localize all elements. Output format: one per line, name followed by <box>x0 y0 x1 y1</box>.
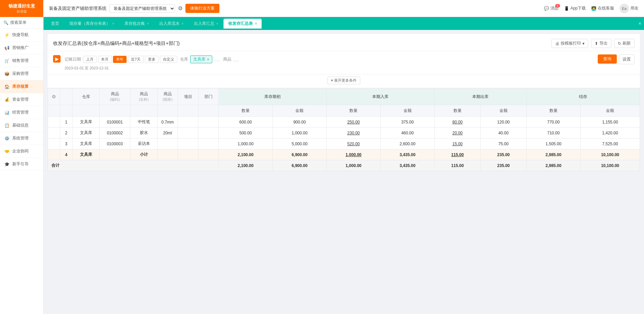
cell-out-qty[interactable]: 20.00 <box>434 128 480 138</box>
cell-out-qty-link[interactable]: 115.00 <box>451 152 464 157</box>
cell-spec <box>158 149 178 160</box>
sidebar-item-inventory[interactable]: 🏠 库存核算 <box>0 80 43 93</box>
cell-in-qty-link[interactable]: 520.00 <box>347 142 360 146</box>
warehouse-filter-dots[interactable]: ... <box>214 57 220 62</box>
cell-out-qty-link[interactable]: 80.00 <box>452 120 463 125</box>
cell-in-amt: 460.00 <box>380 128 434 138</box>
tab-summary-close[interactable]: × <box>216 22 218 26</box>
tab-inventory-dist-label: 现存量（库存分布表） <box>69 21 110 27</box>
tab-summary[interactable]: 出入库汇总 × <box>189 19 223 29</box>
enterprise-icon: 🤝 <box>4 149 10 154</box>
cell-open-amt: 900.00 <box>273 117 327 128</box>
print-button[interactable]: 🖨 按模板打印 ▾ <box>551 39 588 48</box>
sidebar-item-operations[interactable]: 📊 经营管理 <box>0 106 43 119</box>
cell-project <box>178 128 198 138</box>
quick-nav-label: 快捷导航 <box>12 32 29 38</box>
cell-no: 1 <box>60 117 72 128</box>
expand-label: 展开更多条件 <box>334 78 357 83</box>
goods-filter-dots[interactable]: ... <box>233 57 240 62</box>
enterprise-label: 企业协同 <box>12 148 29 154</box>
sidebar-item-finance[interactable]: 💰 资金管理 <box>0 93 43 106</box>
system-select[interactable]: 装备及固定资产辅助管理系统 <box>109 4 175 13</box>
warehouse-tag-remove[interactable]: × <box>207 57 209 62</box>
sidebar-item-system[interactable]: ⚙️ 系统管理 <box>0 132 43 145</box>
cell-out-qty-link[interactable]: 15.00 <box>452 142 463 146</box>
filter-toggle-button[interactable]: ▶ <box>53 55 61 63</box>
user-area[interactable]: Ea 用友 <box>620 4 639 13</box>
tab-send-summary[interactable]: 收发存汇总表 × <box>224 19 262 29</box>
operations-icon: 📊 <box>4 110 10 115</box>
cell-in-qty[interactable]: 250.00 <box>327 117 381 128</box>
cell-out-amt: 75.00 <box>480 138 526 149</box>
cell-out-qty[interactable]: 80.00 <box>434 117 480 128</box>
cell-in-qty[interactable]: 1,000.00 <box>327 149 381 160</box>
gear-icon[interactable]: ⚙ <box>178 5 183 12</box>
sidebar-logo[interactable]: 畅捷通好生意 标准版 <box>0 0 43 17</box>
topbar-left: 装备及固定资产辅助管理系统 装备及固定资产辅助管理系统 ⚙ 体验行业方案 <box>49 4 219 13</box>
cell-settings <box>48 149 60 160</box>
tab-home[interactable]: 首页 <box>46 19 64 29</box>
tab-send-summary-close[interactable]: × <box>255 22 257 26</box>
table-settings-icon[interactable]: ⚙ <box>52 94 56 99</box>
cell-out-qty[interactable]: 115.00 <box>434 149 480 160</box>
cell-dept <box>198 128 219 138</box>
cell-open-amt: 6,900.00 <box>273 149 327 160</box>
sidebar-item-guide[interactable]: 🎓 新手引导 <box>0 158 43 171</box>
sidebar: 畅捷通好生意 标准版 🔍 搜索菜单 ⚡ 快捷导航 📢 营销推广 🛒 销售管理 📦… <box>0 0 44 314</box>
logo-main: 畅捷通好生意 <box>9 3 35 9</box>
message-button[interactable]: 💬 消息 6 <box>544 5 559 11</box>
th-settings: ⚙ <box>48 88 60 105</box>
cell-in-qty-link[interactable]: 1,000.00 <box>346 152 362 157</box>
cell-close-qty: 710.00 <box>527 128 581 138</box>
expand-button[interactable]: ▾ 展开更多条件 <box>327 77 360 84</box>
th-sub-spec <box>158 105 178 117</box>
cell-in-qty[interactable]: 230.00 <box>327 128 381 138</box>
sidebar-item-sales[interactable]: 🛒 销售管理 <box>0 54 43 67</box>
trial-button[interactable]: 体验行业方案 <box>185 4 219 13</box>
cell-dept <box>198 138 219 149</box>
cell-settings <box>48 117 60 128</box>
cell-out-qty-link[interactable]: 20.00 <box>452 131 463 135</box>
sidebar-item-marketing[interactable]: 📢 营销推广 <box>0 42 43 54</box>
cell-no: 3 <box>60 138 72 149</box>
th-dept: 部门 <box>198 88 219 105</box>
refresh-button[interactable]: ↻ 刷新 <box>614 39 634 48</box>
cell-open-qty: 600.00 <box>219 117 273 128</box>
tab-inventory-dist[interactable]: 现存量（库存分布表） × <box>65 19 119 29</box>
tab-flow-close[interactable]: × <box>182 22 184 26</box>
date-range-display: 2023-01-01 至 2023-12-31 <box>65 66 634 71</box>
filter-row-1: 记账日期 上月 本月 本年 近7天 更多 自定义 仓库 <box>65 54 634 64</box>
total-row: 合计 2,100.00 6,900.00 1,000.00 3,435.00 1… <box>48 160 640 171</box>
tabs-close-all[interactable]: × <box>639 21 641 26</box>
cell-in-qty-link[interactable]: 250.00 <box>347 120 360 125</box>
app-download-button[interactable]: 📱 App下载 <box>564 5 586 11</box>
expand-row: ▾ 展开更多条件 <box>48 75 640 88</box>
cell-out-qty[interactable]: 15.00 <box>434 138 480 149</box>
sales-label: 销售管理 <box>12 58 29 64</box>
table-row: 1文具库0100001中性笔0.7mm600.00900.00250.00375… <box>48 117 640 128</box>
tab-batch-close[interactable]: × <box>147 22 149 26</box>
cell-in-qty-link[interactable]: 230.00 <box>347 131 360 135</box>
sidebar-item-quick-nav[interactable]: ⚡ 快捷导航 <box>0 29 43 42</box>
date-btn-this-month[interactable]: 本月 <box>98 56 112 63</box>
avatar: Ea <box>620 4 629 13</box>
system-label: 系统管理 <box>12 135 29 141</box>
support-button[interactable]: 👨‍💻 在线客服 <box>591 5 614 11</box>
sidebar-item-enterprise[interactable]: 🤝 企业协同 <box>0 145 43 158</box>
date-btn-more[interactable]: 更多 <box>145 56 159 63</box>
sidebar-item-basic[interactable]: 📋 基础信息 <box>0 119 43 132</box>
query-button[interactable]: 查询 <box>598 54 617 64</box>
tab-inventory-dist-close[interactable]: × <box>112 22 114 26</box>
tab-batch[interactable]: 库存批次账 × <box>120 19 154 29</box>
total-open-amt: 6,900.00 <box>273 160 327 171</box>
sidebar-item-purchase[interactable]: 📦 采购管理 <box>0 67 43 80</box>
date-btn-custom[interactable]: 自定义 <box>160 56 177 63</box>
date-btn-7days[interactable]: 近7天 <box>128 56 144 63</box>
cell-in-qty[interactable]: 520.00 <box>327 138 381 149</box>
export-button[interactable]: ⬆ 导出 <box>591 39 611 48</box>
settings-button[interactable]: 设置 <box>619 54 634 64</box>
date-btn-this-year[interactable]: 本年 <box>113 56 127 63</box>
date-btn-last-month[interactable]: 上月 <box>83 56 97 63</box>
sidebar-search[interactable]: 🔍 搜索菜单 <box>0 17 43 29</box>
tab-flow[interactable]: 出入库流水 × <box>154 19 188 29</box>
